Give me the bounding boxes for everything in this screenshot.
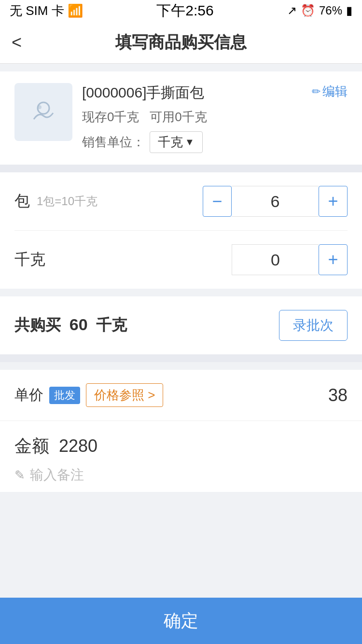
product-image (14, 83, 72, 141)
price-label: 单价 批发 价格参照 > (14, 383, 163, 407)
page-title: 填写商品购买信息 (115, 31, 247, 54)
confirm-button[interactable]: 确定 (164, 609, 198, 633)
total-text: 共购买 60 千克 (14, 315, 127, 336)
batch-button[interactable]: 录批次 (279, 310, 348, 341)
bag-qty-input[interactable] (232, 186, 319, 217)
unit-select[interactable]: 千克 ▼ (150, 131, 203, 153)
bag-hint: 1包=10千克 (37, 194, 97, 209)
note-placeholder: 输入备注 (30, 466, 84, 484)
input-section: 包 1包=10千克 − + 千克 + (0, 172, 362, 289)
status-carrier: 无 SIM 卡 📶 (10, 2, 83, 19)
total-row: 共购买 60 千克 录批次 (0, 296, 362, 354)
svg-point-1 (38, 105, 42, 109)
price-badge: 批发 (49, 387, 80, 404)
kg-qty-control: + (232, 244, 348, 275)
footer[interactable]: 确定 (0, 598, 362, 644)
bag-increment-button[interactable]: + (319, 186, 348, 217)
back-button[interactable]: < (12, 32, 22, 53)
dropdown-arrow-icon: ▼ (185, 137, 195, 148)
status-time: 下午2:56 (156, 1, 213, 21)
separator-1 (0, 165, 362, 172)
product-unit: 销售单位： 千克 ▼ (82, 131, 348, 153)
amount-section: 金额 2280 ✎ 输入备注 (0, 421, 362, 492)
price-ref-button[interactable]: 价格参照 > (86, 383, 163, 407)
edit-icon: ✏ (312, 85, 320, 98)
battery-icon: ▮ (346, 4, 352, 17)
status-bar: 无 SIM 卡 📶 下午2:56 ↗ ⏰ 76% ▮ (0, 0, 362, 21)
bag-row: 包 1包=10千克 − + (14, 172, 348, 231)
nav-bar: < 填写商品购买信息 (0, 21, 362, 64)
product-name: [0000006]手撕面包 (82, 83, 204, 103)
bag-label: 包 1包=10千克 (14, 191, 97, 212)
alarm-icon: ⏰ (301, 4, 315, 17)
product-info: [0000006]手撕面包 ✏ 编辑 现存0千克 可用0千克 销售单位： 千克 … (82, 83, 348, 153)
edit-button[interactable]: ✏ 编辑 (312, 83, 348, 100)
price-value: 38 (328, 385, 348, 406)
status-battery: ↗ ⏰ 76% ▮ (287, 4, 352, 17)
kg-row: 千克 + (14, 231, 348, 289)
note-row[interactable]: ✎ 输入备注 (14, 466, 348, 484)
pencil-icon: ✎ (14, 468, 25, 483)
product-stock: 现存0千克 可用0千克 (82, 109, 348, 126)
separator-2 (0, 354, 362, 362)
kg-label: 千克 (14, 249, 45, 270)
product-placeholder-icon (29, 98, 58, 126)
location-icon: ↗ (287, 4, 297, 17)
kg-qty-input[interactable] (232, 244, 319, 275)
amount-row: 金额 2280 (14, 434, 348, 458)
kg-increment-button[interactable]: + (319, 244, 348, 275)
bag-decrement-button[interactable]: − (203, 186, 232, 217)
main-content: [0000006]手撕面包 ✏ 编辑 现存0千克 可用0千克 销售单位： 千克 … (0, 64, 362, 644)
product-card: [0000006]手撕面包 ✏ 编辑 现存0千克 可用0千克 销售单位： 千克 … (0, 71, 362, 165)
bag-qty-control: − + (203, 186, 348, 217)
price-section: 单价 批发 价格参照 > 38 (0, 370, 362, 421)
